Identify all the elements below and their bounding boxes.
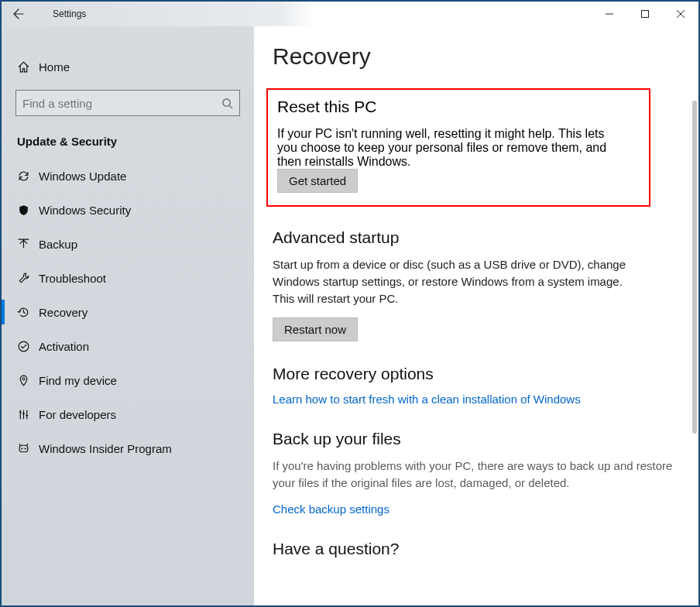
sidebar-item-activation[interactable]: Activation	[2, 329, 254, 363]
reset-description: If your PC isn't running well, resetting…	[277, 127, 618, 169]
history-icon	[17, 306, 39, 319]
minimize-button[interactable]	[592, 2, 627, 26]
sidebar-item-label: Windows Insider Program	[39, 442, 172, 455]
svg-point-5	[21, 448, 22, 449]
reset-pc-section: Reset this PC If your PC isn't running w…	[266, 88, 650, 207]
more-heading: More recovery options	[273, 365, 680, 383]
arrow-left-icon	[12, 8, 25, 20]
close-button[interactable]	[663, 2, 698, 26]
settings-window: Settings Home	[0, 0, 700, 607]
sidebar-item-label: Backup	[39, 238, 77, 251]
search-input[interactable]	[22, 97, 221, 110]
sidebar-home[interactable]: Home	[2, 50, 254, 84]
sidebar-item-insider[interactable]: Windows Insider Program	[2, 431, 254, 465]
more-recovery-section: More recovery options Learn how to start…	[273, 365, 680, 406]
sidebar-item-windows-security[interactable]: Windows Security	[2, 193, 254, 227]
sidebar-item-troubleshoot[interactable]: Troubleshoot	[2, 261, 254, 295]
location-icon	[17, 374, 39, 387]
main-content: Recovery Reset this PC If your PC isn't …	[254, 26, 698, 605]
shield-icon	[17, 204, 39, 217]
sidebar-item-label: Windows Update	[39, 170, 126, 183]
svg-rect-0	[642, 11, 649, 18]
ninja-cat-icon	[17, 442, 39, 455]
sync-icon	[17, 170, 39, 183]
question-section: Have a question?	[273, 540, 680, 558]
app-title: Settings	[53, 9, 86, 19]
maximize-icon	[640, 9, 650, 19]
backup-description: If you're having problems with your PC, …	[273, 458, 675, 492]
backup-heading: Back up your files	[273, 430, 680, 448]
sidebar-item-label: Windows Security	[39, 204, 131, 217]
sidebar-item-label: Recovery	[39, 306, 88, 319]
svg-point-2	[19, 341, 29, 352]
developer-icon	[17, 408, 39, 421]
upload-icon	[17, 238, 39, 251]
advanced-description: Start up from a device or disc (such as …	[273, 256, 629, 307]
scrollbar-thumb[interactable]	[692, 101, 697, 434]
svg-point-1	[223, 98, 230, 105]
sidebar-search[interactable]	[15, 90, 240, 116]
titlebar: Settings	[2, 2, 698, 26]
sidebar-item-label: Find my device	[39, 374, 117, 387]
minimize-icon	[605, 9, 614, 19]
sidebar-item-find-my-device[interactable]: Find my device	[2, 363, 254, 397]
sidebar-home-label: Home	[39, 60, 70, 74]
close-icon	[676, 9, 685, 19]
check-backup-link[interactable]: Check backup settings	[273, 502, 389, 516]
page-title: Recovery	[273, 43, 680, 70]
sidebar-item-backup[interactable]: Backup	[2, 227, 254, 261]
checkmark-circle-icon	[17, 340, 39, 353]
window-body: Home Update & Security Windows Update Wi…	[2, 26, 698, 605]
advanced-startup-section: Advanced startup Start up from a device …	[273, 228, 680, 341]
backup-files-section: Back up your files If you're having prob…	[273, 430, 680, 516]
search-icon	[221, 98, 233, 109]
reset-heading: Reset this PC	[277, 98, 640, 116]
svg-rect-4	[19, 445, 28, 452]
window-controls	[592, 2, 698, 26]
sidebar-item-for-developers[interactable]: For developers	[2, 397, 254, 431]
wrench-icon	[17, 272, 39, 285]
sidebar-item-windows-update[interactable]: Windows Update	[2, 159, 254, 193]
maximize-button[interactable]	[627, 2, 663, 26]
restart-now-button[interactable]: Restart now	[273, 317, 358, 341]
sidebar-item-label: Activation	[39, 340, 89, 353]
sidebar-item-label: Troubleshoot	[39, 272, 106, 285]
sidebar-section-label: Update & Security	[2, 130, 254, 159]
svg-point-6	[25, 448, 26, 449]
sidebar: Home Update & Security Windows Update Wi…	[2, 26, 254, 605]
get-started-button[interactable]: Get started	[277, 169, 358, 193]
fresh-start-link[interactable]: Learn how to start fresh with a clean in…	[273, 393, 581, 406]
question-heading: Have a question?	[273, 540, 680, 558]
sidebar-item-recovery[interactable]: Recovery	[2, 295, 254, 329]
advanced-heading: Advanced startup	[273, 228, 680, 247]
sidebar-item-label: For developers	[39, 408, 116, 421]
home-icon	[17, 60, 39, 74]
svg-point-3	[22, 377, 25, 379]
back-button[interactable]	[12, 8, 28, 20]
